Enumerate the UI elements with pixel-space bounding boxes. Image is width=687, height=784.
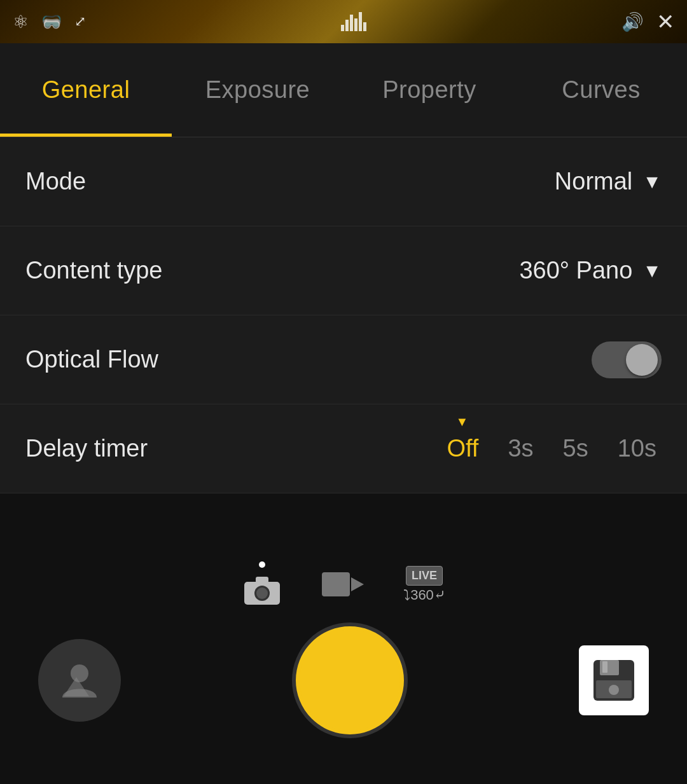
delay-indicator: ▼ xyxy=(455,415,468,429)
tab-exposure[interactable]: Exposure xyxy=(172,43,344,137)
svg-marker-5 xyxy=(351,577,364,591)
tab-curves[interactable]: Curves xyxy=(515,43,687,137)
delay-off[interactable]: Off xyxy=(441,432,483,465)
svg-rect-4 xyxy=(322,572,350,596)
settings-panel: Mode Normal ▼ Content type 360° Pano ▼ O… xyxy=(0,137,687,493)
content-type-value: 360° Pano xyxy=(519,257,632,284)
delay-timer-row: Delay timer ▼ Off 3s 5s 10s xyxy=(0,404,687,493)
live360-sub: ⤵360⤶ xyxy=(403,587,445,603)
content-type-label: Content type xyxy=(25,257,162,284)
tab-property[interactable]: Property xyxy=(344,43,515,137)
vr-icon[interactable]: 🥽 xyxy=(41,12,62,32)
optical-flow-toggle[interactable] xyxy=(592,341,662,378)
mode-label: Mode xyxy=(25,168,86,195)
camera-mode-row: LIVE ⤵360⤶ xyxy=(242,542,445,620)
photo-mode-button[interactable] xyxy=(242,561,282,607)
content-type-value-group[interactable]: 360° Pano ▼ xyxy=(519,257,662,284)
mode-row: Mode Normal ▼ xyxy=(0,137,687,226)
tab-general[interactable]: General xyxy=(0,43,172,137)
gallery-button[interactable] xyxy=(38,639,121,722)
delay-10s[interactable]: 10s xyxy=(613,432,662,465)
svg-point-6 xyxy=(71,664,88,682)
svg-rect-1 xyxy=(256,577,268,583)
live360-mode-button[interactable]: LIVE ⤵360⤶ xyxy=(403,566,445,603)
expand-icon[interactable]: ⤢ xyxy=(74,13,86,30)
mode-value: Normal xyxy=(555,168,632,195)
live360-badge: LIVE xyxy=(406,566,443,586)
delay-3s[interactable]: 3s xyxy=(503,432,538,465)
header-image: ⚛ 🥽 ⤢ 🔊 ✕ xyxy=(0,0,687,43)
header-right-icons: 🔊 ✕ xyxy=(621,9,674,34)
tabs-bar: General Exposure Property Curves xyxy=(0,43,687,137)
save-icon xyxy=(588,655,639,706)
toggle-knob xyxy=(626,344,658,376)
bottom-bar: LIVE ⤵360⤶ xyxy=(0,542,687,784)
mode-dropdown-arrow[interactable]: ▼ xyxy=(642,171,662,193)
header-center xyxy=(341,12,366,31)
svg-rect-10 xyxy=(602,661,607,673)
atom-icon[interactable]: ⚛ xyxy=(13,11,29,32)
shutter-button[interactable] xyxy=(296,626,404,734)
content-type-row: Content type 360° Pano ▼ xyxy=(0,226,687,315)
svg-point-12 xyxy=(609,685,619,695)
volume-icon[interactable]: 🔊 xyxy=(621,11,644,32)
person-icon xyxy=(57,658,102,703)
close-icon[interactable]: ✕ xyxy=(656,9,674,34)
delay-5s[interactable]: 5s xyxy=(558,432,593,465)
bar-chart-icon[interactable] xyxy=(341,12,366,31)
live-label: LIVE xyxy=(412,569,437,582)
delay-timer-label: Delay timer xyxy=(25,435,148,462)
photo-mode-dot xyxy=(259,561,265,568)
optical-flow-label: Optical Flow xyxy=(25,346,158,373)
delay-options: ▼ Off 3s 5s 10s xyxy=(441,432,662,465)
mode-value-group[interactable]: Normal ▼ xyxy=(555,168,662,195)
content-type-dropdown-arrow[interactable]: ▼ xyxy=(642,260,662,282)
camera-icon xyxy=(242,573,282,607)
video-icon xyxy=(321,567,365,602)
video-mode-button[interactable] xyxy=(321,567,365,602)
svg-point-3 xyxy=(256,588,268,599)
optical-flow-row: Optical Flow xyxy=(0,315,687,404)
controls-row xyxy=(0,626,687,734)
header-left-icons: ⚛ 🥽 ⤢ xyxy=(13,11,86,32)
save-button[interactable] xyxy=(579,645,649,715)
